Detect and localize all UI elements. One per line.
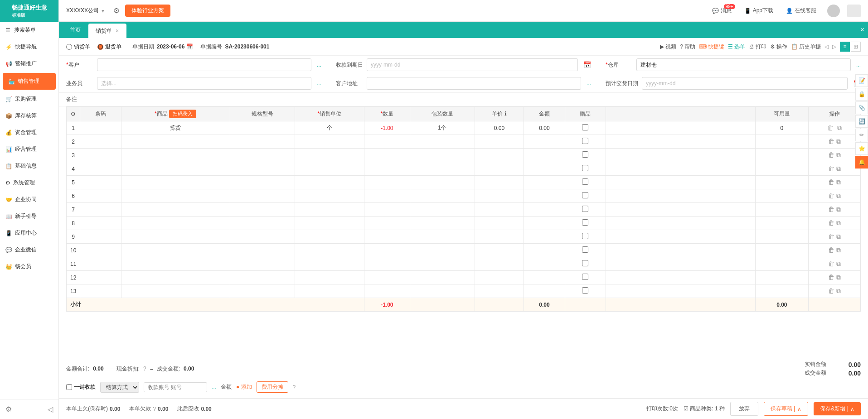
float-btn-1[interactable]: 📝 bbox=[855, 74, 868, 87]
td-spec[interactable] bbox=[230, 271, 295, 284]
action-video[interactable]: ▶ 视频 bbox=[660, 43, 676, 51]
abandon-btn[interactable]: 放弃 bbox=[730, 402, 758, 416]
td-amount[interactable] bbox=[524, 162, 565, 176]
row-copy-btn[interactable]: ⧉ bbox=[835, 206, 842, 213]
td-pack-qty[interactable]: 1个 bbox=[410, 121, 475, 135]
td-barcode[interactable] bbox=[80, 121, 121, 135]
action-select[interactable]: ☰ 选单 bbox=[728, 43, 745, 51]
td-remark[interactable] bbox=[606, 244, 755, 257]
sidebar-item-operation[interactable]: 📊 经营管理 bbox=[0, 141, 58, 158]
row-copy-btn[interactable]: ⧉ bbox=[835, 151, 842, 159]
td-gift[interactable] bbox=[565, 230, 606, 244]
td-qty[interactable] bbox=[364, 189, 410, 203]
td-unit[interactable]: 个 bbox=[295, 121, 364, 135]
td-product[interactable] bbox=[121, 135, 230, 149]
td-gift[interactable] bbox=[565, 149, 606, 162]
td-pack-qty[interactable] bbox=[410, 203, 475, 217]
td-price[interactable] bbox=[475, 135, 524, 149]
sidebar-item-marketing[interactable]: 📢 营销推广 bbox=[0, 55, 58, 72]
td-product[interactable] bbox=[121, 244, 230, 257]
sidebar-item-search[interactable]: ☰ 搜索菜单 bbox=[0, 22, 58, 39]
td-barcode[interactable] bbox=[80, 135, 121, 149]
row-copy-btn[interactable]: ⧉ bbox=[835, 138, 842, 145]
td-remark[interactable] bbox=[606, 217, 755, 230]
td-spec[interactable] bbox=[230, 284, 295, 298]
row-copy-btn[interactable]: ⧉ bbox=[835, 165, 842, 173]
float-btn-orange[interactable]: 🔔 bbox=[855, 156, 868, 169]
sidebar-settings-btn[interactable]: ⚙ bbox=[5, 405, 12, 414]
td-barcode[interactable] bbox=[80, 257, 121, 271]
th-settings[interactable]: ⚙ bbox=[67, 107, 80, 121]
action-ops[interactable]: ⚙ 操作 bbox=[770, 43, 787, 51]
owe-help-icon[interactable]: ? bbox=[153, 406, 156, 412]
row-copy-btn[interactable]: ⧉ bbox=[835, 287, 842, 295]
sidebar-item-purchase[interactable]: 🛒 采购管理 bbox=[0, 91, 58, 107]
row-delete-btn[interactable]: 🗑 bbox=[827, 233, 835, 240]
td-price[interactable] bbox=[475, 257, 524, 271]
sidebar-item-collab[interactable]: 🤝 企业协同 bbox=[0, 191, 58, 208]
td-price[interactable] bbox=[475, 230, 524, 244]
td-pack-qty[interactable] bbox=[410, 135, 475, 149]
td-gift[interactable] bbox=[565, 271, 606, 284]
account-input[interactable] bbox=[144, 382, 207, 392]
row-delete-btn[interactable]: 🗑 bbox=[827, 287, 835, 294]
float-btn-6[interactable]: ⭐ bbox=[855, 142, 868, 155]
customer-addr-ellipsis-btn[interactable]: ... bbox=[587, 80, 591, 87]
float-btn-4[interactable]: 🔄 bbox=[855, 115, 868, 128]
td-spec[interactable] bbox=[230, 217, 295, 230]
help-circle-icon[interactable]: ? bbox=[143, 366, 146, 372]
td-qty[interactable]: -1.00 bbox=[364, 121, 410, 135]
radio-sales-order[interactable]: 销货单 bbox=[66, 43, 90, 51]
td-qty[interactable] bbox=[364, 257, 410, 271]
td-price[interactable] bbox=[475, 189, 524, 203]
td-remark[interactable] bbox=[606, 284, 755, 298]
company-dropdown-icon[interactable]: ▾ bbox=[102, 8, 104, 14]
sidebar-item-system[interactable]: ⚙ 系统管理 bbox=[0, 174, 58, 191]
td-pack-qty[interactable] bbox=[410, 271, 475, 284]
td-remark[interactable] bbox=[606, 121, 755, 135]
message-btn[interactable]: 💬 消息 99+ bbox=[712, 7, 732, 14]
td-qty[interactable] bbox=[364, 176, 410, 189]
td-price[interactable] bbox=[475, 176, 524, 189]
td-unit[interactable] bbox=[295, 244, 364, 257]
sidebar-item-vip[interactable]: 👑 畅会员 bbox=[0, 258, 58, 275]
td-amount[interactable] bbox=[524, 189, 565, 203]
row-copy-btn[interactable]: ⧉ bbox=[835, 233, 842, 241]
td-amount[interactable] bbox=[524, 176, 565, 189]
td-barcode[interactable] bbox=[80, 271, 121, 284]
save-draft-btn[interactable]: 保存草稿 ∧ bbox=[764, 402, 808, 416]
app-download-btn[interactable]: 📱 App下载 bbox=[744, 7, 773, 14]
td-gift[interactable] bbox=[565, 121, 606, 135]
row-delete-btn[interactable]: 🗑 bbox=[826, 124, 834, 131]
td-price[interactable] bbox=[475, 217, 524, 230]
collection-date-input[interactable] bbox=[367, 58, 578, 71]
radio-return-input[interactable] bbox=[97, 44, 103, 50]
sidebar-item-inventory[interactable]: 📦 库存核算 bbox=[0, 107, 58, 124]
tab-sales-order[interactable]: 销货单 × bbox=[88, 24, 126, 38]
td-spec[interactable] bbox=[230, 203, 295, 217]
td-remark[interactable] bbox=[606, 271, 755, 284]
add-row-btn[interactable]: ● 添加 bbox=[236, 383, 252, 391]
td-barcode[interactable] bbox=[80, 189, 121, 203]
td-unit[interactable] bbox=[295, 230, 364, 244]
td-gift[interactable] bbox=[565, 162, 606, 176]
sidebar-item-quicknav[interactable]: ⚡ 快捷导航 bbox=[0, 39, 58, 55]
td-price[interactable] bbox=[475, 244, 524, 257]
expense-split-btn[interactable]: 费用分摊 bbox=[257, 381, 288, 393]
radio-sales-input[interactable] bbox=[66, 44, 72, 50]
td-amount[interactable] bbox=[524, 203, 565, 217]
note-input[interactable] bbox=[81, 96, 861, 103]
td-pack-qty[interactable] bbox=[410, 230, 475, 244]
sidebar-collapse-btn[interactable]: ◁ bbox=[48, 405, 53, 414]
td-qty[interactable] bbox=[364, 244, 410, 257]
td-product[interactable] bbox=[121, 176, 230, 189]
company-selector[interactable]: XXXXXX公司 ▾ bbox=[66, 7, 104, 14]
warehouse-input[interactable] bbox=[636, 58, 851, 71]
td-price[interactable] bbox=[475, 149, 524, 162]
td-pack-qty[interactable] bbox=[410, 257, 475, 271]
date-calendar-icon[interactable]: 📅 bbox=[186, 43, 193, 50]
row-copy-btn[interactable]: ⧉ bbox=[835, 192, 842, 200]
td-unit[interactable] bbox=[295, 217, 364, 230]
action-shortcut[interactable]: ⌨ 快捷键 bbox=[699, 43, 724, 51]
one-click-pay-checkbox[interactable]: 一键收款 bbox=[66, 383, 96, 391]
